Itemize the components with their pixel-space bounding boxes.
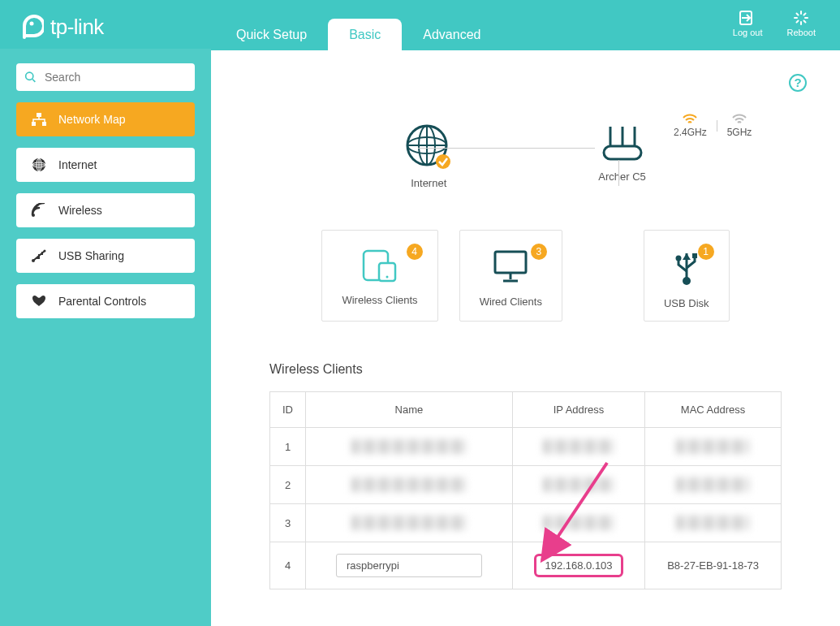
logout-button[interactable]: Log out bbox=[733, 10, 763, 37]
wired-clients-count: 3 bbox=[531, 244, 547, 260]
svg-line-8 bbox=[804, 14, 806, 15]
search-box[interactable] bbox=[16, 63, 195, 91]
logout-label: Log out bbox=[733, 28, 763, 37]
tab-quick-setup[interactable]: Quick Setup bbox=[215, 19, 328, 53]
sidebar-item-usb-sharing[interactable]: USB Sharing bbox=[16, 239, 195, 273]
svg-line-6 bbox=[797, 14, 799, 15]
svg-rect-13 bbox=[32, 122, 36, 126]
sidebar-item-parental-controls[interactable]: Parental Controls bbox=[16, 284, 195, 318]
search-icon bbox=[24, 70, 37, 84]
svg-point-43 bbox=[675, 256, 681, 261]
main-content: 2.4GHz 5GHz Internet bbox=[211, 50, 840, 626]
usb-symbol-icon bbox=[673, 248, 700, 286]
cell-name: raspberrypi bbox=[306, 542, 513, 589]
svg-rect-44 bbox=[692, 253, 697, 258]
table-row: 1 bbox=[270, 428, 782, 466]
map-node-router[interactable]: Archer C5 bbox=[598, 123, 646, 183]
map-node-internet[interactable]: Internet bbox=[405, 123, 452, 189]
cell-id: 4 bbox=[270, 542, 306, 589]
sidebar: Network Map Internet Wireless USB Sharin… bbox=[16, 63, 195, 318]
card-wireless-clients[interactable]: 4 Wireless Clients bbox=[321, 230, 437, 322]
sidebar-label: Internet bbox=[58, 158, 97, 171]
cell-id: 3 bbox=[270, 504, 306, 542]
sidebar-item-internet[interactable]: Internet bbox=[16, 148, 195, 182]
wireless-clients-count: 4 bbox=[407, 244, 423, 260]
map-vertical-line bbox=[618, 160, 619, 186]
table-header-row: ID Name IP Address MAC Address bbox=[270, 392, 782, 428]
tab-basic[interactable]: Basic bbox=[328, 19, 402, 53]
cell-id: 2 bbox=[270, 466, 306, 504]
reboot-button[interactable]: Reboot bbox=[787, 10, 816, 37]
router-icon bbox=[599, 123, 646, 164]
sidebar-label: Network Map bbox=[58, 113, 125, 126]
client-name-value: raspberrypi bbox=[336, 554, 482, 577]
wifi-frequency-badges: 2.4GHz 5GHz bbox=[674, 114, 752, 138]
internet-label: Internet bbox=[411, 177, 446, 189]
table-row: 2 bbox=[270, 466, 782, 504]
svg-rect-12 bbox=[37, 113, 41, 117]
freq-5-label: 5GHz bbox=[727, 127, 752, 138]
svg-point-21 bbox=[32, 259, 35, 262]
nav-tabs: Quick Setup Basic Advanced bbox=[215, 19, 502, 53]
cell-name bbox=[306, 504, 513, 542]
sidebar-label: USB Sharing bbox=[58, 249, 124, 262]
devices-icon bbox=[361, 248, 398, 283]
cell-ip: 192.168.0.103 bbox=[512, 542, 644, 589]
sidebar-label: Parental Controls bbox=[58, 295, 146, 308]
wifi-icon bbox=[31, 203, 47, 218]
sidebar-item-network-map[interactable]: Network Map bbox=[16, 102, 195, 136]
globe-icon bbox=[31, 157, 47, 173]
cell-name bbox=[306, 466, 513, 504]
sidebar-label: Wireless bbox=[58, 204, 102, 217]
network-map-icon bbox=[31, 112, 47, 127]
cell-ip bbox=[512, 504, 644, 542]
svg-point-0 bbox=[30, 22, 34, 26]
cell-mac bbox=[645, 428, 782, 466]
wireless-clients-label: Wireless Clients bbox=[342, 294, 417, 306]
svg-point-30 bbox=[436, 154, 450, 169]
usb-disk-label: USB Disk bbox=[664, 297, 709, 309]
router-label: Archer C5 bbox=[598, 171, 646, 183]
freq-24-label: 2.4GHz bbox=[674, 127, 707, 138]
svg-line-7 bbox=[804, 21, 806, 23]
th-mac: MAC Address bbox=[645, 392, 782, 428]
client-ip-highlighted: 192.168.0.103 bbox=[534, 554, 622, 577]
wired-clients-label: Wired Clients bbox=[480, 296, 542, 308]
usb-icon bbox=[31, 248, 47, 263]
svg-rect-34 bbox=[604, 146, 641, 159]
section-title: Wireless Clients bbox=[269, 362, 816, 377]
search-input[interactable] bbox=[45, 71, 187, 84]
th-name: Name bbox=[306, 392, 513, 428]
cell-ip bbox=[512, 428, 644, 466]
map-connection-line bbox=[418, 148, 595, 149]
cell-mac bbox=[645, 504, 782, 542]
card-usb-disk[interactable]: 1 USB Disk bbox=[644, 230, 730, 322]
card-wired-clients[interactable]: 3 Wired Clients bbox=[459, 230, 562, 322]
cell-mac: B8-27-EB-91-18-73 bbox=[645, 542, 782, 589]
tab-advanced[interactable]: Advanced bbox=[402, 19, 502, 53]
cell-mac bbox=[645, 466, 782, 504]
svg-line-9 bbox=[797, 21, 799, 23]
brand-logo: tp-link bbox=[16, 13, 104, 41]
sidebar-item-wireless[interactable]: Wireless bbox=[16, 193, 195, 227]
reboot-icon bbox=[793, 10, 809, 26]
svg-rect-36 bbox=[379, 263, 395, 281]
cell-ip bbox=[512, 466, 644, 504]
svg-rect-38 bbox=[495, 252, 526, 273]
help-icon[interactable]: ? bbox=[788, 73, 808, 95]
monitor-icon bbox=[492, 248, 529, 284]
svg-point-22 bbox=[44, 250, 46, 253]
svg-text:?: ? bbox=[794, 76, 801, 89]
clients-table: ID Name IP Address MAC Address 1 2 bbox=[269, 391, 782, 589]
svg-rect-14 bbox=[42, 122, 46, 126]
logout-icon bbox=[739, 10, 756, 26]
reboot-label: Reboot bbox=[787, 28, 816, 37]
th-ip: IP Address bbox=[512, 392, 644, 428]
svg-line-11 bbox=[32, 80, 35, 82]
internet-icon bbox=[405, 123, 452, 171]
cell-name bbox=[306, 428, 513, 466]
wifi-5-icon bbox=[732, 114, 747, 125]
wifi-24-icon bbox=[683, 114, 697, 125]
svg-point-20 bbox=[32, 214, 35, 217]
table-row: 3 bbox=[270, 504, 782, 542]
